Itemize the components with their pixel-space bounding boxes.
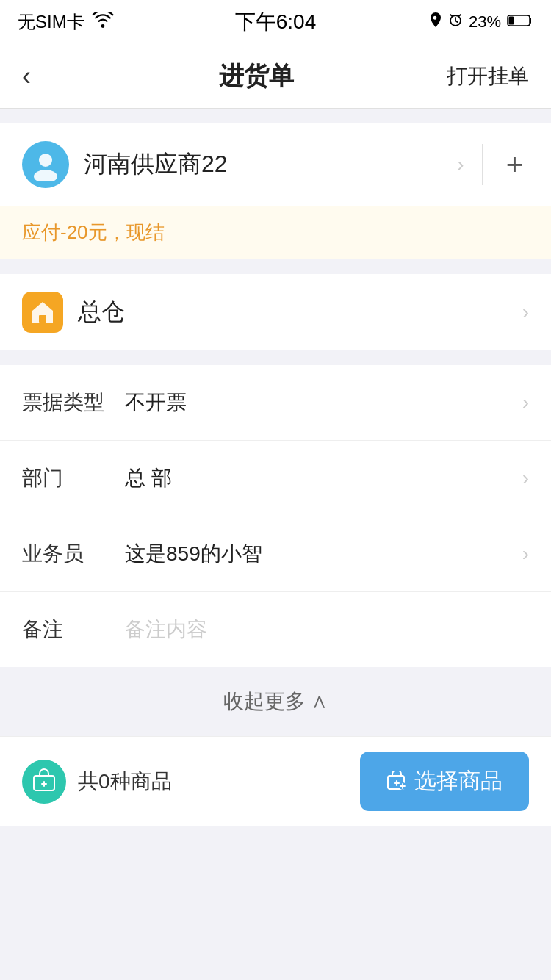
wifi-icon	[92, 12, 114, 32]
remark-value: 备注内容	[110, 616, 529, 644]
svg-point-4	[34, 170, 57, 181]
carrier-label: 无SIM卡	[18, 10, 84, 34]
department-chevron-icon: ›	[522, 466, 529, 490]
back-button[interactable]: ‹	[22, 61, 66, 92]
supplier-avatar	[22, 141, 69, 188]
remark-row[interactable]: 备注 备注内容	[0, 591, 551, 667]
status-bar-left: 无SIM卡	[18, 10, 114, 34]
remark-label: 备注	[22, 616, 110, 644]
supplier-name: 河南供应商22	[84, 148, 457, 181]
product-icon-wrap	[22, 760, 66, 804]
product-bar: 共0种商品 选择商品	[0, 736, 551, 826]
battery-label: 23%	[469, 12, 501, 32]
svg-point-3	[39, 154, 52, 167]
status-bar-right: 23%	[429, 12, 533, 32]
supplier-chevron-icon: ›	[457, 153, 464, 176]
supplier-row[interactable]: 河南供应商22 › +	[0, 123, 551, 206]
open-pending-button[interactable]: 打开挂单	[447, 62, 529, 90]
warehouse-section: 总仓 ›	[0, 274, 551, 350]
select-product-label: 选择商品	[414, 766, 503, 796]
divider	[482, 144, 483, 185]
collapse-button[interactable]: 收起更多 ∧	[0, 667, 551, 736]
supplier-section: 河南供应商22 › + 应付-20元，现结	[0, 123, 551, 259]
department-row[interactable]: 部门 总 部 ›	[0, 440, 551, 516]
add-supplier-button[interactable]: +	[500, 145, 529, 184]
warehouse-row[interactable]: 总仓 ›	[0, 274, 551, 350]
select-product-button[interactable]: 选择商品	[360, 752, 529, 811]
warehouse-name: 总仓	[78, 296, 522, 328]
svg-rect-2	[509, 17, 514, 25]
page-background	[0, 826, 551, 980]
invoice-type-label: 票据类型	[22, 389, 110, 417]
page-title: 进货单	[219, 60, 294, 93]
status-bar: 无SIM卡 下午6:04 23%	[0, 0, 551, 44]
battery-icon	[507, 12, 533, 32]
invoice-type-value: 不开票	[110, 389, 522, 417]
status-bar-time: 下午6:04	[235, 8, 317, 36]
department-label: 部门	[22, 464, 110, 492]
select-product-icon	[386, 771, 407, 792]
notice-banner: 应付-20元，现结	[0, 206, 551, 259]
section-gap-2	[0, 259, 551, 274]
product-count-label: 共0种商品	[78, 768, 360, 796]
location-icon	[429, 12, 442, 32]
warehouse-chevron-icon: ›	[522, 300, 529, 324]
alarm-icon	[448, 12, 463, 32]
salesman-value: 这是859的小智	[110, 540, 522, 568]
invoice-type-chevron-icon: ›	[522, 391, 529, 414]
salesman-chevron-icon: ›	[522, 542, 529, 566]
collapse-label: 收起更多 ∧	[223, 688, 328, 716]
section-gap-1	[0, 109, 551, 123]
salesman-label: 业务员	[22, 540, 110, 568]
warehouse-icon	[22, 292, 63, 333]
invoice-type-row[interactable]: 票据类型 不开票 ›	[0, 365, 551, 440]
salesman-row[interactable]: 业务员 这是859的小智 ›	[0, 516, 551, 591]
department-value: 总 部	[110, 464, 522, 492]
form-section: 票据类型 不开票 › 部门 总 部 › 业务员 这是859的小智 › 备注 备注…	[0, 365, 551, 667]
nav-bar: ‹ 进货单 打开挂单	[0, 44, 551, 109]
svg-rect-5	[39, 315, 46, 323]
section-gap-3	[0, 350, 551, 365]
